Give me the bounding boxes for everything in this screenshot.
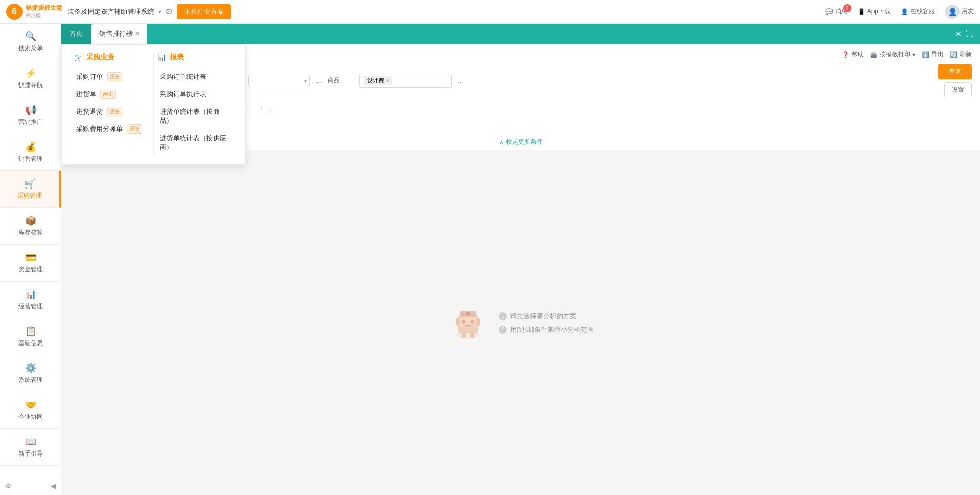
refresh-button[interactable]: 🔄 刷新 — [950, 50, 972, 59]
menu-item-purchase-receipt[interactable]: 进货单 历史 — [74, 85, 149, 103]
sidebar-item-marketing[interactable]: 📢 营销推广 — [0, 97, 61, 134]
menu-item-receipt-stat-goods[interactable]: 进货单统计表（按商品） — [158, 103, 233, 130]
query-button[interactable]: 查询 — [938, 64, 972, 79]
sidebar-item-sales[interactable]: 💰 销售管理 — [0, 134, 61, 171]
sidebar-label-marketing: 营销推广 — [18, 118, 43, 126]
goods-more-icon[interactable]: ... — [458, 77, 463, 84]
goods-tag-close[interactable]: × — [386, 78, 389, 83]
step-num-1: 1 — [499, 312, 507, 320]
header-right: 💬 消息 5 📱 App下载 👤 在线客服 👤 用友 — [825, 5, 974, 19]
svg-point-4 — [471, 320, 474, 323]
notification-badge: 5 — [843, 4, 851, 12]
logo-icon: 6 — [6, 4, 23, 20]
sidebar-bottom: ⚙ ◀ — [0, 477, 61, 495]
status-select-wrapper — [248, 75, 310, 87]
help-icon: ❓ — [842, 51, 849, 58]
svg-rect-8 — [462, 332, 466, 338]
sidebar-label-purchase: 采购管理 — [17, 191, 42, 200]
help-button[interactable]: ❓ 帮助 — [842, 50, 864, 59]
svg-rect-6 — [456, 318, 459, 325]
sidebar-label-enterprise: 企业协同 — [18, 413, 43, 421]
action-btns: 查询 设置 — [938, 64, 972, 97]
top-header: 6 畅捷通好生意 标准版 装备及固定资产辅助管理系统 ▾ ⚙ 体验行业方案 💬 … — [0, 0, 980, 24]
menu-item-order-exec[interactable]: 采购订单执行表 — [158, 85, 233, 103]
print-button[interactable]: 🖨️ 按模板打印 ▾ — [870, 50, 915, 59]
logo-area: 6 畅捷通好生意 标准版 — [6, 4, 68, 20]
collapse-button[interactable]: ∧ 收起更多条件 — [499, 138, 543, 146]
sidebar-item-search[interactable]: 🔍 搜索菜单 — [0, 24, 61, 60]
quicknav-icon: ⚡ — [25, 68, 36, 79]
tip-step-1: 1 请先选择要分析的方案 — [499, 310, 593, 323]
svg-point-11 — [466, 312, 470, 315]
dropdown-menu: 🛒 采购业务 采购订单 历史 进货单 历史 进货退货 历史 采购费用分摊单 历史 — [61, 44, 246, 165]
goods-tag-design: 设计费 × — [364, 76, 392, 85]
menu-item-order-stat[interactable]: 采购订单统计表 — [158, 68, 233, 85]
menu-item-purchase-receipt-label: 进货单 — [76, 90, 96, 99]
menu-item-receipt-stat-supplier[interactable]: 进货单统计表（按供应商） — [158, 130, 233, 156]
report-section-icon: 📊 — [158, 53, 166, 61]
tab-close-all-icon[interactable]: ✕ — [955, 29, 962, 39]
menu-item-receipt-stat-goods-label: 进货单统计表（按商品） — [160, 107, 231, 125]
menu-item-purchase-order-label: 采购订单 — [76, 72, 103, 81]
settings-icon[interactable]: ⚙ — [165, 7, 173, 16]
phone-icon: 📱 — [858, 8, 865, 15]
basic-icon: 📋 — [25, 326, 36, 337]
menu-item-order-stat-label: 采购订单统计表 — [160, 72, 206, 81]
service-icon: 👤 — [901, 8, 908, 15]
empty-tips: 1 请先选择要分析的方案 2 用[过滤]条件来缩小分析范围 — [499, 310, 593, 336]
export-button[interactable]: ⬇️ 导出 — [922, 50, 944, 59]
purchase-section-icon: 🛒 — [74, 53, 83, 61]
sidebar-item-system[interactable]: ⚙️ 系统管理 — [0, 355, 61, 392]
app-download-label: App下载 — [867, 7, 890, 16]
tab-sales-rank[interactable]: 销售排行榜 × — [91, 24, 147, 44]
sidebar-label-basic: 基础信息 — [18, 339, 43, 348]
enterprise-icon: 🤝 — [25, 399, 36, 411]
sidebar-item-purchase[interactable]: 🛒 采购管理 — [0, 171, 61, 208]
collapse-label: 收起更多条件 — [506, 138, 543, 146]
sidebar-item-inventory[interactable]: 📦 库存核算 — [0, 208, 61, 245]
menu-item-purchase-return-label: 进货退货 — [76, 107, 103, 116]
sidebar-collapse-icon[interactable]: ◀ — [51, 482, 56, 490]
status-select[interactable] — [248, 75, 310, 87]
guide-icon: 📖 — [25, 436, 36, 447]
dropdown-overlay: 🛒 采购业务 采购订单 历史 进货单 历史 进货退货 历史 采购费用分摊单 历史 — [61, 44, 246, 165]
app-download-item[interactable]: 📱 App下载 — [858, 7, 890, 16]
setting-button[interactable]: 设置 — [944, 82, 972, 97]
purchase-section-title: 🛒 采购业务 — [74, 53, 149, 62]
goods-label: 商品 — [328, 76, 353, 85]
sidebar-item-quicknav[interactable]: ⚡ 快捷导航 — [0, 60, 61, 97]
tab-close-icon[interactable]: × — [136, 30, 139, 37]
dropdown-arrow-icon[interactable]: ▾ — [158, 8, 161, 15]
industry-button[interactable]: 体验行业方案 — [177, 4, 231, 19]
tip-step-2: 2 用[过滤]条件来缩小分析范围 — [499, 323, 593, 336]
print-dropdown-icon[interactable]: ▾ — [912, 51, 915, 58]
menu-item-purchase-order[interactable]: 采购订单 历史 — [74, 68, 149, 85]
sidebar-label-finance: 资金管理 — [18, 265, 43, 274]
online-service-item[interactable]: 👤 在线客服 — [901, 7, 935, 16]
menu-item-purchase-fee[interactable]: 采购费用分摊单 历史 — [74, 120, 149, 138]
sidebar-item-basic[interactable]: 📋 基础信息 — [0, 318, 61, 355]
menu-item-purchase-return[interactable]: 进货退货 历史 — [74, 103, 149, 120]
purchase-menu-col: 🛒 采购业务 采购订单 历史 进货单 历史 进货退货 历史 采购费用分摊单 历史 — [70, 53, 154, 156]
status-more-icon[interactable]: ... — [316, 77, 322, 84]
print-icon: 🖨️ — [870, 51, 878, 58]
tab-expand-icon[interactable]: ⛶ — [966, 29, 974, 38]
sidebar-item-enterprise[interactable]: 🤝 企业协同 — [0, 392, 61, 429]
purchase-icon: 🛒 — [24, 178, 35, 189]
empty-content: 1 请先选择要分析的方案 2 用[过滤]条件来缩小分析范围 — [448, 303, 593, 343]
system-icon: ⚙️ — [25, 362, 36, 374]
sidebar-item-guide[interactable]: 📖 新手引导 — [0, 429, 61, 466]
staff-more-icon[interactable]: ... — [268, 105, 273, 113]
notification-item[interactable]: 💬 消息 5 — [825, 7, 847, 16]
goods-input[interactable]: 设计费 × — [359, 74, 452, 88]
user-item[interactable]: 👤 用友 — [945, 5, 974, 19]
inventory-icon: 📦 — [25, 215, 36, 226]
marketing-icon: 📢 — [25, 104, 36, 116]
tab-home[interactable]: 首页 — [61, 24, 91, 44]
history-badge-4: 历史 — [127, 124, 142, 134]
sidebar-item-operation[interactable]: 📊 经营管理 — [0, 282, 61, 318]
brand-name: 畅捷通好生意 — [26, 4, 62, 12]
svg-rect-9 — [470, 332, 474, 338]
sidebar-settings-icon[interactable]: ⚙ — [5, 482, 11, 490]
sidebar-item-finance[interactable]: 💳 资金管理 — [0, 245, 61, 282]
